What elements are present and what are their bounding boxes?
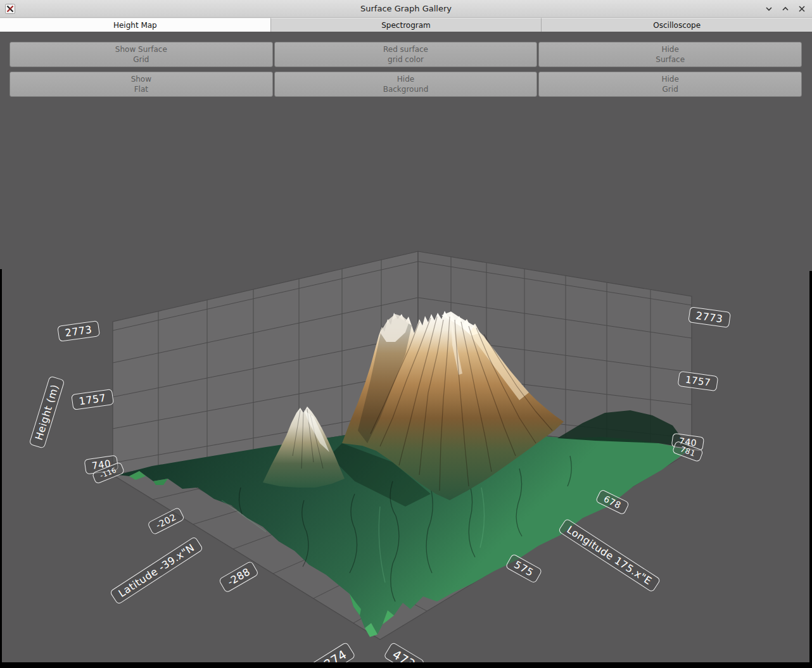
button-label: Flat [134, 85, 148, 94]
title-bar[interactable]: Surface Graph Gallery [0, 0, 812, 18]
button-label: Grid [133, 55, 149, 65]
surface-plot-area[interactable]: 2773 1757 740 Height (m) 2773 1757 740 -… [0, 0, 812, 668]
show-flat-button[interactable]: Show Flat [10, 72, 273, 97]
button-label: Hide [661, 75, 678, 84]
surface-grid-color-button[interactable]: Red surface grid color [274, 42, 538, 67]
window-title: Surface Graph Gallery [0, 4, 812, 13]
close-icon [797, 4, 806, 13]
close-button[interactable] [797, 4, 807, 14]
button-label: Hide [397, 75, 414, 84]
hide-background-button[interactable]: Hide Background [274, 72, 538, 97]
tab-spectrogram[interactable]: Spectrogram [271, 18, 542, 32]
maximize-button[interactable] [780, 4, 790, 14]
app-window: 2773 1757 740 Height (m) 2773 1757 740 -… [0, 0, 812, 668]
tab-bar: Height Map Spectrogram Oscilloscope [0, 18, 812, 32]
button-label: Show [131, 75, 151, 84]
tab-height-map[interactable]: Height Map [0, 18, 271, 32]
app-icon [5, 4, 15, 14]
control-button-grid: Show Surface Grid Red surface grid color… [10, 42, 802, 97]
show-surface-grid-button[interactable]: Show Surface Grid [10, 42, 273, 67]
hide-grid-button[interactable]: Hide Grid [538, 72, 802, 97]
desktop-edge-right [809, 271, 812, 668]
button-label: Hide [661, 45, 678, 54]
chevron-up-icon [781, 4, 790, 13]
button-label: Background [383, 85, 429, 94]
button-label: Show Surface [115, 45, 167, 54]
button-label: grid color [388, 55, 424, 65]
hide-surface-button[interactable]: Hide Surface [538, 42, 802, 67]
tab-oscilloscope[interactable]: Oscilloscope [542, 18, 812, 32]
desktop-edge-bottom [0, 662, 812, 668]
button-label: Red surface [383, 45, 428, 54]
chevron-down-icon [764, 4, 773, 13]
button-label: Surface [656, 55, 685, 65]
button-label: Grid [663, 85, 678, 94]
shade-button[interactable] [764, 4, 774, 14]
surface-plot-canvas[interactable] [0, 0, 812, 668]
desktop-edge-left [0, 269, 2, 668]
